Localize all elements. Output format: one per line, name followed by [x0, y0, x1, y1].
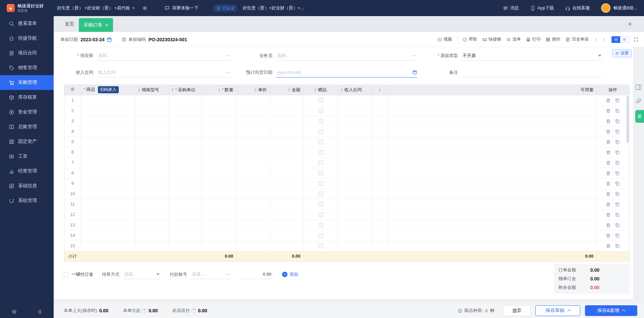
copy-row-icon[interactable]: [615, 233, 620, 238]
cell-spec[interactable]: [135, 209, 169, 220]
cell-gift[interactable]: [303, 189, 338, 199]
toolbar-history[interactable]: 历史单据: [566, 37, 589, 42]
delete-row-icon[interactable]: [606, 98, 611, 103]
cell-qty[interactable]: [202, 168, 236, 178]
copy-row-icon[interactable]: [615, 244, 620, 249]
cell-ops[interactable]: [596, 220, 629, 230]
cell-ops[interactable]: [596, 178, 629, 189]
cell-unit[interactable]: [169, 147, 202, 157]
cell-contract[interactable]: [338, 241, 372, 251]
cell-gift[interactable]: [303, 209, 338, 220]
cell-blank[interactable]: [372, 95, 389, 105]
gift-checkbox[interactable]: [318, 181, 323, 186]
cell-qty[interactable]: [202, 95, 236, 105]
product-selector[interactable]: 好生意（普） +好业财（普） +易代账: [57, 5, 135, 11]
cell-avail[interactable]: [389, 189, 596, 199]
add-payment-button[interactable]: + 添加: [282, 271, 298, 277]
cell-product[interactable]: [81, 126, 135, 137]
cell-product[interactable]: [81, 137, 135, 147]
cell-qty[interactable]: [202, 137, 236, 147]
cell-product[interactable]: [81, 116, 135, 126]
cell-ops[interactable]: [596, 95, 629, 105]
cell-ops[interactable]: [596, 126, 629, 137]
sidebar-settings-icon[interactable]: [11, 309, 17, 315]
cell-ops[interactable]: [596, 189, 629, 199]
gift-checkbox[interactable]: [318, 223, 323, 227]
cell-qty[interactable]: [202, 178, 236, 189]
tab-home[interactable]: 首页: [60, 16, 79, 32]
cell-blank[interactable]: [372, 220, 389, 230]
gift-checkbox[interactable]: [318, 244, 323, 248]
income-contract-input[interactable]: [97, 70, 224, 75]
sidebar-item-search[interactable]: 搜索菜单: [0, 16, 54, 31]
cell-gift[interactable]: [303, 126, 338, 137]
cell-avail[interactable]: [389, 199, 596, 209]
cell-product[interactable]: [81, 168, 135, 178]
cell-unit[interactable]: [169, 199, 202, 209]
cell-gift[interactable]: [303, 178, 338, 189]
cell-amount[interactable]: [270, 189, 303, 199]
cell-amount[interactable]: [270, 178, 303, 189]
income-contract-picker-icon[interactable]: ···: [224, 70, 231, 75]
cell-spec[interactable]: [135, 241, 169, 251]
cell-contract[interactable]: [338, 168, 372, 178]
copy-row-icon[interactable]: [615, 202, 620, 207]
cell-product[interactable]: [81, 178, 135, 189]
copy-row-icon[interactable]: [615, 140, 620, 145]
cell-price[interactable]: [236, 126, 270, 137]
cell-price[interactable]: [236, 157, 270, 168]
tab-purchase-order[interactable]: 采购订单✕: [79, 18, 113, 32]
cell-avail[interactable]: [389, 157, 596, 168]
cell-gift[interactable]: [303, 116, 338, 126]
cell-price[interactable]: [236, 147, 270, 157]
cell-blank[interactable]: [372, 230, 389, 241]
cell-product[interactable]: [81, 209, 135, 220]
sidebar-item-fixed-assets[interactable]: 固定资产: [0, 134, 54, 149]
save-and-new-button[interactable]: 保存&新增: [585, 305, 637, 316]
cell-avail[interactable]: [389, 178, 596, 189]
copy-row-icon[interactable]: [615, 192, 620, 197]
cell-unit[interactable]: [169, 241, 202, 251]
cell-amount[interactable]: [270, 137, 303, 147]
sidebar-item-project-contract[interactable]: 项目合同: [0, 46, 54, 60]
cell-ops[interactable]: [596, 209, 629, 220]
gift-checkbox[interactable]: [318, 108, 323, 113]
cell-price[interactable]: [236, 241, 270, 251]
sidebar-item-salary[interactable]: 工资: [0, 149, 54, 164]
sidebar-item-base-info[interactable]: 基础信息: [0, 178, 54, 193]
cell-ops[interactable]: [596, 168, 629, 178]
copy-row-icon[interactable]: [615, 181, 620, 186]
cell-gift[interactable]: [303, 199, 338, 209]
cell-blank[interactable]: [372, 137, 389, 147]
sort-icon[interactable]: [379, 89, 381, 92]
copy-row-icon[interactable]: [615, 171, 620, 176]
cell-amount[interactable]: [270, 220, 303, 230]
cell-amount[interactable]: [270, 147, 303, 157]
invoice-type-select[interactable]: 不开票: [462, 51, 603, 61]
toolbar-pick-order[interactable]: 选单: [506, 37, 521, 42]
cell-contract[interactable]: [338, 178, 372, 189]
cell-amount[interactable]: [270, 126, 303, 137]
cancel-button[interactable]: 放弃: [503, 305, 531, 316]
cell-avail[interactable]: [389, 95, 596, 105]
cell-avail[interactable]: [389, 116, 596, 126]
next-doc-icon[interactable]: [602, 37, 606, 42]
prev-doc-icon[interactable]: [594, 37, 598, 42]
fullscreen-icon[interactable]: [634, 37, 639, 42]
close-tab-icon[interactable]: ✕: [105, 23, 108, 27]
cell-amount[interactable]: [270, 199, 303, 209]
cell-spec[interactable]: [135, 137, 169, 147]
cell-blank[interactable]: [372, 157, 389, 168]
sort-icon[interactable]: [138, 88, 140, 92]
payment-account-select[interactable]: 选择... ···: [191, 270, 231, 279]
toolbar-actions[interactable]: 操作: [546, 37, 560, 42]
cell-spec[interactable]: [135, 168, 169, 178]
cell-unit[interactable]: [169, 95, 202, 105]
cell-amount[interactable]: [270, 241, 303, 251]
cell-price[interactable]: [236, 168, 270, 178]
copy-row-icon[interactable]: [615, 108, 620, 113]
help-icon[interactable]: ?: [191, 308, 196, 313]
cell-qty[interactable]: [202, 209, 236, 220]
delete-row-icon[interactable]: [606, 160, 611, 165]
cell-blank[interactable]: [372, 168, 389, 178]
